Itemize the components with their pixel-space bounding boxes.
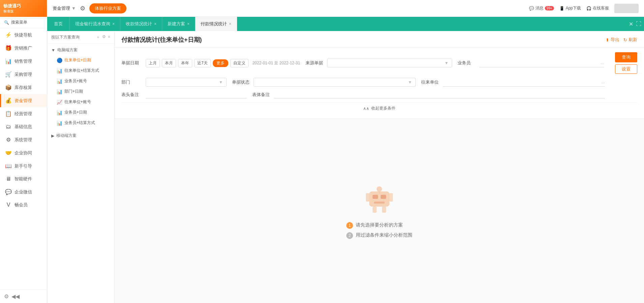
refresh-label: 刷新 xyxy=(628,37,637,43)
sidebar-label: 营销推广 xyxy=(14,45,32,51)
scheme-label: 业务员+日期 xyxy=(64,110,87,115)
scheme-staff-date[interactable]: 📊 业务员+日期 xyxy=(47,107,114,118)
window-close-btn[interactable]: ✕ xyxy=(629,21,633,27)
app-icon: 📱 xyxy=(559,6,564,11)
counterpart-group: 往来单位 ... xyxy=(421,78,605,87)
mobile-group: ▶ 移动端方案 xyxy=(47,129,114,142)
mobile-group-header[interactable]: ▶ 移动端方案 xyxy=(47,131,114,141)
tab-new-scheme[interactable]: 新建方案 × xyxy=(162,17,195,31)
scheme-unit-date[interactable]: 🔵 往来单位+日期 xyxy=(47,55,114,65)
staff-input[interactable] xyxy=(479,59,601,66)
sidebar-item-member[interactable]: V 畅会员 xyxy=(0,199,47,211)
voucher-status-select[interactable]: ▼ xyxy=(254,78,416,87)
tip-text-2: 用过滤条件来缩小分析范围 xyxy=(356,232,412,238)
scheme-unit-account[interactable]: 📈 往来单位+账号 xyxy=(47,97,114,107)
dept-select[interactable]: ▼ xyxy=(146,78,227,87)
collapse-panel-icon[interactable]: « xyxy=(108,34,110,40)
svg-rect-0 xyxy=(369,191,389,207)
dept-arrow-icon: ▼ xyxy=(219,80,223,85)
sidebar-item-sales[interactable]: 📊 销售管理 xyxy=(0,55,47,68)
operations-icon: 📋 xyxy=(5,111,12,117)
breadcrumb: 资金管理 ▼ xyxy=(53,5,76,11)
date-btn-last-month[interactable]: 上月 xyxy=(146,59,160,67)
sidebar-item-finance[interactable]: 💰 资金管理 xyxy=(0,94,47,107)
tab-payment-stats[interactable]: 付款情况统计 × xyxy=(195,17,237,31)
export-btn[interactable]: ⬆ 导出 xyxy=(606,37,619,43)
tab-home[interactable]: 首页 xyxy=(47,17,70,31)
sidebar-bottom: ⚙ ◀◀ xyxy=(0,290,47,303)
topbar-gear-icon[interactable]: ⚙ xyxy=(80,5,85,12)
date-btn-7days[interactable]: 近7天 xyxy=(194,59,211,67)
sidebar-item-basic-info[interactable]: 🗂 基础信息 xyxy=(0,120,47,133)
collapse-filter-btn[interactable]: ∧∧ 收起更多条件 xyxy=(121,102,637,114)
date-btn-this-month[interactable]: 本月 xyxy=(162,59,176,67)
sidebar-item-marketing[interactable]: 🎁 营销推广 xyxy=(0,41,47,55)
sidebar-item-guide[interactable]: 📖 新手引导 xyxy=(0,159,47,173)
app-download-action[interactable]: 📱 App下载 xyxy=(559,5,581,11)
scheme-staff-account[interactable]: 📊 业务员+账号 xyxy=(47,76,114,86)
topbar: 资金管理 ▼ ⚙ 体验行业方案 💬 消息 99+ 📱 App下载 🎧 在线客服 xyxy=(47,0,644,17)
system-icon: ⚙ xyxy=(5,137,12,143)
trial-btn[interactable]: 体验行业方案 xyxy=(89,3,126,13)
add-scheme-icon[interactable]: ＋ xyxy=(96,34,100,40)
scheme-icon-6: 📊 xyxy=(57,120,62,126)
query-btn[interactable]: 查询 xyxy=(615,52,637,62)
scheme-staff-settle[interactable]: 📊 业务员+结算方式 xyxy=(47,118,114,128)
messages-label: 消息 xyxy=(535,5,544,11)
scheme-icon-active: 🔵 xyxy=(57,58,62,63)
data-area: 1 请先选择要分析的方案 2 用过滤条件来缩小分析范围 xyxy=(115,119,644,303)
setting-btn[interactable]: 设置 xyxy=(615,64,637,74)
tab-receipts-stats[interactable]: 收款情况统计 × xyxy=(120,17,162,31)
tab-receipts-stats-close[interactable]: × xyxy=(154,22,156,26)
header-note-field xyxy=(146,91,247,98)
sidebar-item-inventory[interactable]: 📦 库存核算 xyxy=(0,81,47,94)
sidebar-item-purchase[interactable]: 🛒 采购管理 xyxy=(0,68,47,81)
online-support-action[interactable]: 🎧 在线客服 xyxy=(586,5,609,11)
sidebar-item-wechat[interactable]: 💬 企业微信 xyxy=(0,185,47,199)
tab-bank-flow-close[interactable]: × xyxy=(112,22,115,26)
collab-icon: 🤝 xyxy=(5,150,12,156)
date-btn-this-year[interactable]: 本年 xyxy=(178,59,192,67)
source-select[interactable]: ▼ xyxy=(327,59,452,67)
sidebar-item-collab[interactable]: 🤝 企业协同 xyxy=(0,146,47,159)
staff-dots[interactable]: ... xyxy=(601,60,604,65)
scheme-label: 业务员+结算方式 xyxy=(64,120,95,126)
source-doc-group: 来源单据 ▼ xyxy=(305,59,452,67)
member-icon: V xyxy=(5,202,12,208)
body-note-input[interactable] xyxy=(274,91,605,98)
sidebar-item-system[interactable]: ⚙ 系统管理 xyxy=(0,133,47,146)
tab-new-scheme-close[interactable]: × xyxy=(187,22,189,26)
date-btn-custom[interactable]: 自定义 xyxy=(230,59,248,67)
scheme-unit-settle[interactable]: 📊 往来单位+结算方式 xyxy=(47,65,114,76)
staff-group: 业务员 ... xyxy=(458,59,604,67)
counterpart-input[interactable] xyxy=(443,78,601,86)
settings-scheme-icon[interactable]: ⚙ xyxy=(102,34,106,40)
desktop-group-header[interactable]: ▼ 电脑端方案 xyxy=(47,45,114,55)
body-note-field xyxy=(274,91,605,98)
body-note-label: 表体备注 xyxy=(252,92,271,98)
search-icon: 🔍 xyxy=(4,20,9,25)
refresh-btn[interactable]: ↻ 刷新 xyxy=(623,37,637,43)
user-avatar[interactable] xyxy=(614,4,639,13)
sidebar-item-operations[interactable]: 📋 经营管理 xyxy=(0,107,47,120)
main-content: 资金管理 ▼ ⚙ 体验行业方案 💬 消息 99+ 📱 App下载 🎧 在线客服 xyxy=(47,0,644,303)
tab-payment-stats-close[interactable]: × xyxy=(229,22,231,26)
tab-bank-flow[interactable]: 现金银行流水查询 × xyxy=(70,17,120,31)
staff-label: 业务员 xyxy=(458,60,476,66)
sidebar-label: 畅会员 xyxy=(14,202,28,208)
voucher-status-arrow-icon: ▼ xyxy=(408,80,412,85)
messages-action[interactable]: 💬 消息 99+ xyxy=(529,5,554,11)
collapse-sidebar-icon[interactable]: ◀◀ xyxy=(11,293,20,300)
counterpart-dots[interactable]: ... xyxy=(601,79,605,84)
header-note-input[interactable] xyxy=(146,91,247,98)
sidebar-search[interactable]: 🔍 搜索菜单 xyxy=(0,17,47,28)
date-btns: 上月 本月 本年 近7天 更多 自定义 2022-01-01 至 2022-12… xyxy=(146,59,300,67)
settings-bottom-icon[interactable]: ⚙ xyxy=(4,293,9,300)
date-btn-more[interactable]: 更多 xyxy=(213,59,228,67)
scheme-dept-date[interactable]: 📊 部门+日期 xyxy=(47,86,114,97)
window-maximize-btn[interactable]: ⛶ xyxy=(636,21,641,27)
sidebar-item-quick-nav[interactable]: ⚡ 快捷导航 xyxy=(0,28,47,41)
sidebar-item-hardware[interactable]: 🖥 智能硬件 xyxy=(0,173,47,185)
search-label: 搜索菜单 xyxy=(11,20,27,25)
filter-row-2: 部门 ▼ 单据状态 ▼ 往来单位 xyxy=(121,78,637,87)
